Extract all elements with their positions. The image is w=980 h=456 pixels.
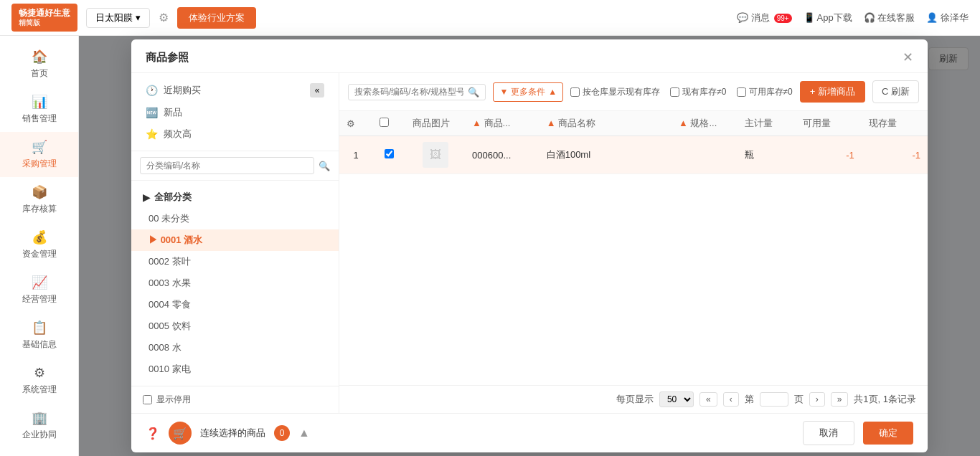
modal-title: 商品参照 bbox=[146, 51, 189, 65]
product-reference-modal: 商品参照 ✕ 🕐 近期购买 « � bbox=[131, 39, 928, 452]
online-service[interactable]: 🎧 在线客服 bbox=[864, 11, 915, 24]
sort-icon-name: ▲ bbox=[547, 118, 556, 128]
sidebar-item-home[interactable]: 🏠 首页 bbox=[0, 42, 78, 87]
category-search-icon[interactable]: 🔍 bbox=[319, 161, 330, 171]
row-code: 000600... bbox=[465, 136, 540, 174]
modal-footer: ❓ 🛒 连续选择的商品 0 ▲ 取消 确定 bbox=[131, 413, 928, 452]
exist-stock-checkbox[interactable] bbox=[670, 87, 679, 97]
checkbox-exist-stock[interactable]: 现有库存≠0 bbox=[670, 86, 726, 98]
category-search-row: 🔍 bbox=[131, 151, 339, 181]
app-download[interactable]: 📱 App下载 bbox=[804, 11, 852, 24]
modal-close-btn[interactable]: ✕ bbox=[903, 49, 913, 65]
continuous-label: 连续选择的商品 bbox=[200, 427, 265, 440]
quick-new[interactable]: 🆕 新品 bbox=[140, 102, 330, 123]
product-panel: 🔍 ▼ 更多条件 ▲ 按仓库显示现有库存 bbox=[339, 73, 928, 413]
by-warehouse-checkbox[interactable] bbox=[570, 87, 580, 97]
search-icon[interactable]: 🔍 bbox=[468, 87, 479, 98]
page-number-input[interactable]: 1 bbox=[760, 392, 788, 407]
next-page-btn[interactable]: › bbox=[809, 392, 825, 407]
cat-item-0003[interactable]: 0003 水果 bbox=[131, 272, 339, 294]
sidebar-item-system[interactable]: ⚙ 系统管理 bbox=[0, 358, 78, 403]
filter-icon: ▼ bbox=[499, 87, 508, 97]
display-disabled-checkbox[interactable] bbox=[143, 395, 152, 404]
row-select-checkbox[interactable] bbox=[385, 149, 394, 158]
category-panel: 🕐 近期购买 « 🆕 新品 ⭐ 频次高 bbox=[131, 73, 339, 413]
help-icon[interactable]: ❓ bbox=[146, 427, 160, 440]
product-search-bar: 🔍 bbox=[348, 84, 486, 100]
cancel-btn[interactable]: 取消 bbox=[803, 421, 854, 445]
more-filter-btn[interactable]: ▼ 更多条件 ▲ bbox=[493, 82, 563, 102]
cart-button[interactable]: 🛒 bbox=[169, 422, 192, 445]
table-body: 1 🖼 00 bbox=[339, 136, 928, 174]
finance-icon: 💰 bbox=[32, 229, 47, 245]
company-dropdown[interactable]: 日太阳膜 ▾ bbox=[86, 8, 150, 28]
table-row[interactable]: 1 🖼 00 bbox=[339, 136, 928, 174]
last-page-btn[interactable]: » bbox=[831, 392, 849, 407]
refresh-btn[interactable]: C 刷新 bbox=[872, 80, 919, 103]
first-page-btn[interactable]: « bbox=[699, 392, 717, 407]
th-stock[interactable]: 现存量 bbox=[862, 111, 928, 136]
row-checkbox[interactable] bbox=[372, 136, 405, 174]
cat-item-0002[interactable]: 0002 茶叶 bbox=[131, 251, 339, 272]
cat-item-0004[interactable]: 0004 零食 bbox=[131, 294, 339, 315]
quick-recent[interactable]: 🕐 近期购买 « bbox=[140, 79, 330, 102]
th-check[interactable] bbox=[372, 111, 405, 136]
th-unit[interactable]: 主计量 bbox=[738, 111, 796, 136]
th-name[interactable]: ▲ 商品名称 bbox=[540, 111, 672, 136]
confirm-btn[interactable]: 确定 bbox=[863, 422, 913, 445]
sidebar-item-enterprise[interactable]: 🏢 企业协同 bbox=[0, 403, 78, 448]
row-available: -1 bbox=[796, 136, 862, 174]
product-image: 🖼 bbox=[423, 142, 448, 168]
product-table: ⚙ 商品图片 ▲ 商品... bbox=[339, 111, 928, 174]
cat-item-0008[interactable]: 0008 水 bbox=[131, 337, 339, 358]
quick-access: 🕐 近期购买 « 🆕 新品 ⭐ 频次高 bbox=[131, 73, 339, 151]
th-settings[interactable]: ⚙ bbox=[339, 111, 372, 136]
message-icon[interactable]: 💬 消息 99+ bbox=[737, 11, 791, 24]
checkbox-by-warehouse[interactable]: 按仓库显示现有库存 bbox=[570, 86, 660, 98]
checkbox-avail-stock[interactable]: 可用库存≠0 bbox=[737, 86, 793, 98]
enterprise-icon: 🏢 bbox=[32, 410, 47, 426]
operation-icon: 📈 bbox=[32, 275, 47, 290]
cat-item-0005[interactable]: 0005 饮料 bbox=[131, 315, 339, 337]
sidebar-item-operation[interactable]: 📈 经营管理 bbox=[0, 267, 78, 313]
home-icon: 🏠 bbox=[32, 49, 47, 65]
cat-item-0010[interactable]: 0010 家电 bbox=[131, 358, 339, 380]
gear-icon[interactable]: ⚙ bbox=[159, 11, 169, 24]
select-all-checkbox[interactable] bbox=[380, 118, 389, 127]
sidebar-item-guide[interactable]: 🆕 新手引导 bbox=[0, 448, 78, 456]
product-search-input[interactable] bbox=[354, 87, 463, 97]
quick-frequent[interactable]: ⭐ 频次高 bbox=[140, 123, 330, 145]
inventory-icon: 📦 bbox=[32, 184, 47, 200]
checkbox-group: 按仓库显示现有库存 现有库存≠0 可用库存≠0 bbox=[570, 86, 793, 98]
logo-area: 畅捷通好生意 精简版 bbox=[11, 4, 77, 31]
user-avatar[interactable]: 👤 徐泽华 bbox=[926, 11, 969, 24]
prev-page-btn[interactable]: ‹ bbox=[723, 392, 739, 407]
th-image[interactable]: 商品图片 bbox=[405, 111, 465, 136]
sidebar-item-finance[interactable]: 💰 资金管理 bbox=[0, 222, 78, 267]
sales-icon: 📊 bbox=[32, 94, 47, 110]
sidebar-item-inventory[interactable]: 📦 库存核算 bbox=[0, 177, 78, 222]
add-product-btn[interactable]: + 新增商品 bbox=[800, 81, 865, 103]
sidebar-item-purchase[interactable]: 🛒 采购管理 bbox=[0, 132, 78, 177]
avail-stock-checkbox[interactable] bbox=[737, 87, 746, 97]
sidebar-item-sales[interactable]: 📊 销售管理 bbox=[0, 87, 78, 132]
pagination-row: 每页显示 50 « ‹ 第 1 页 › » 共1页, 1条记录 bbox=[339, 385, 928, 413]
th-code[interactable]: ▲ 商品... bbox=[465, 111, 540, 136]
sidebar-item-basicinfo[interactable]: 📋 基础信息 bbox=[0, 313, 78, 358]
collapse-footer-icon[interactable]: ▲ bbox=[298, 427, 310, 440]
page-size-select[interactable]: 50 bbox=[659, 391, 694, 407]
cat-all-group[interactable]: ▶ 全部分类 bbox=[131, 186, 339, 208]
th-spec[interactable]: ▲ 规格... bbox=[672, 111, 738, 136]
expand-icon: ▶ bbox=[143, 192, 150, 203]
sort-icon: ▲ bbox=[472, 118, 481, 128]
cat-item-00[interactable]: 00 未分类 bbox=[131, 208, 339, 229]
table-header: ⚙ 商品图片 ▲ 商品... bbox=[339, 111, 928, 136]
product-toolbar: 🔍 ▼ 更多条件 ▲ 按仓库显示现有库存 bbox=[339, 73, 928, 111]
category-search-input[interactable] bbox=[140, 157, 314, 174]
cat-item-0001[interactable]: ▶ 0001 酒水 bbox=[131, 229, 339, 251]
sort-icon-spec: ▲ bbox=[679, 118, 688, 128]
display-disabled-row: 显示停用 bbox=[131, 386, 339, 413]
experience-btn[interactable]: 体验行业方案 bbox=[177, 7, 256, 29]
collapse-panel-btn[interactable]: « bbox=[310, 83, 324, 98]
th-available[interactable]: 可用量 bbox=[796, 111, 862, 136]
